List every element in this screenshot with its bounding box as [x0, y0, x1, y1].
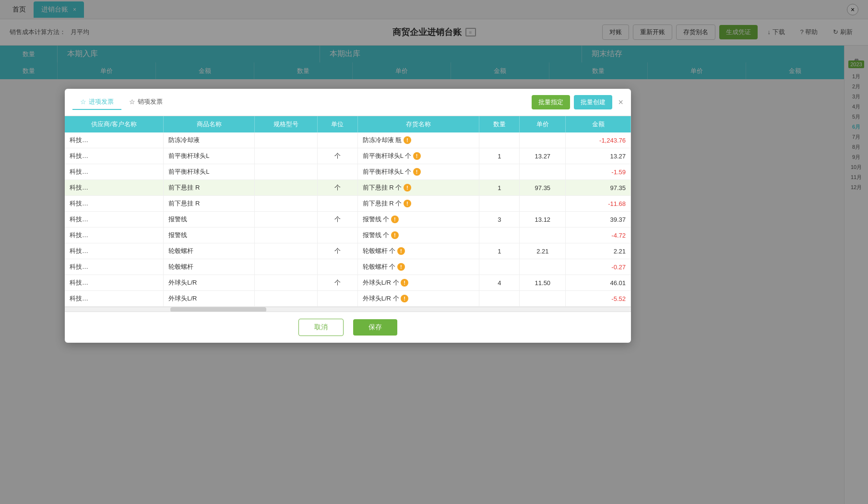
cell-vendor: 科技…: [65, 132, 164, 148]
warning-icon: !: [404, 200, 411, 207]
cancel-button[interactable]: 取消: [298, 319, 344, 336]
scrollbar-track[interactable]: [65, 307, 631, 312]
cell-unit: [317, 228, 357, 243]
scrollbar-thumb[interactable]: [170, 307, 266, 312]
cell-vendor: 科技…: [65, 180, 164, 196]
cell-price: 97.35: [520, 180, 566, 196]
cell-unit: 个: [317, 180, 357, 196]
cell-price: 11.50: [520, 275, 566, 291]
cell-vendor: 科技…: [65, 275, 164, 291]
dialog-close-button[interactable]: ×: [618, 98, 623, 107]
table-row[interactable]: 科技… 前平衡杆球头L 前平衡杆球头L 个 ! -1.59: [65, 164, 631, 180]
cell-product: 外球头L/R: [164, 291, 255, 307]
cell-inventory: 外球头L/R 个 !: [357, 275, 479, 291]
cell-qty: 3: [479, 212, 520, 228]
dialog-header-buttons: 批量指定 批量创建: [532, 95, 612, 109]
cell-vendor: 科技…: [65, 196, 164, 212]
cell-unit: 个: [317, 148, 357, 164]
table-row[interactable]: 科技… 报警线 报警线 个 ! -4.72: [65, 228, 631, 243]
cell-product: 前下悬挂 R: [164, 196, 255, 212]
cell-unit: [317, 196, 357, 212]
warning-icon: !: [397, 263, 405, 271]
tab-out-invoice[interactable]: ☆ 销项发票: [121, 95, 170, 110]
warning-icon: !: [397, 247, 405, 255]
cell-amount: -5.52: [566, 291, 631, 307]
cell-qty: [479, 132, 520, 148]
cell-amount: -1.59: [566, 164, 631, 180]
cell-amount: 2.21: [566, 243, 631, 259]
cell-amount: -0.27: [566, 259, 631, 275]
th-unit: 单位: [317, 116, 357, 132]
cell-product: 前下悬挂 R: [164, 180, 255, 196]
cell-price: [520, 164, 566, 180]
table-row[interactable]: 科技… 轮毂螺杆 轮毂螺杆 个 ! -0.27: [65, 259, 631, 275]
cell-price: 13.12: [520, 212, 566, 228]
cell-vendor: 科技…: [65, 148, 164, 164]
cell-vendor: 科技…: [65, 228, 164, 243]
cell-inventory: 报警线 个 !: [357, 228, 479, 243]
cell-spec: [255, 164, 317, 180]
out-invoice-icon: ☆: [129, 98, 135, 106]
cell-unit: 个: [317, 275, 357, 291]
warning-icon: !: [401, 295, 408, 302]
batch-assign-button[interactable]: 批量指定: [532, 95, 570, 109]
cell-price: [520, 132, 566, 148]
warning-icon: !: [391, 216, 399, 223]
save-button[interactable]: 保存: [353, 319, 397, 336]
cell-unit: 个: [317, 243, 357, 259]
table-header-row: 供应商/客户名称 商品名称 规格型号 单位 存货名称 数量 单价 金额: [65, 116, 631, 132]
cell-amount: -1,243.76: [566, 132, 631, 148]
cell-amount: 13.27: [566, 148, 631, 164]
table-row[interactable]: 科技… 外球头L/R 个 外球头L/R 个 ! 4 11.50 46.01: [65, 275, 631, 291]
cell-spec: [255, 148, 317, 164]
cell-unit: 个: [317, 212, 357, 228]
table-row[interactable]: 科技… 防冻冷却液 防冻冷却液 瓶 ! -1,243.76: [65, 132, 631, 148]
cell-spec: [255, 275, 317, 291]
cell-inventory: 防冻冷却液 瓶 !: [357, 132, 479, 148]
cell-inventory: 报警线 个 !: [357, 212, 479, 228]
cell-amount: 97.35: [566, 180, 631, 196]
cell-vendor: 科技…: [65, 243, 164, 259]
cell-unit: [317, 291, 357, 307]
cell-qty: [479, 259, 520, 275]
cell-product: 前平衡杆球头L: [164, 148, 255, 164]
cell-spec: [255, 196, 317, 212]
cell-price: [520, 291, 566, 307]
table-row[interactable]: 科技… 外球头L/R 外球头L/R 个 ! -5.52: [65, 291, 631, 307]
th-vendor: 供应商/客户名称: [65, 116, 164, 132]
table-row[interactable]: 科技… 前下悬挂 R 前下悬挂 R 个 ! -11.68: [65, 196, 631, 212]
cell-spec: [255, 291, 317, 307]
warning-icon: !: [401, 279, 408, 287]
warning-icon: !: [404, 136, 411, 144]
cell-price: 2.21: [520, 243, 566, 259]
tab-in-invoice[interactable]: ☆ 进项发票: [72, 95, 121, 110]
cell-vendor: 科技…: [65, 212, 164, 228]
cell-unit: [317, 132, 357, 148]
cell-inventory: 前下悬挂 R 个 !: [357, 180, 479, 196]
cell-spec: [255, 212, 317, 228]
th-qty: 数量: [479, 116, 520, 132]
th-inventory: 存货名称: [357, 116, 479, 132]
cell-spec: [255, 259, 317, 275]
cell-product: 报警线: [164, 212, 255, 228]
cell-product: 防冻冷却液: [164, 132, 255, 148]
warning-icon: !: [391, 231, 399, 239]
cell-qty: 4: [479, 275, 520, 291]
table-row[interactable]: 科技… 报警线 个 报警线 个 ! 3 13.12 39.37: [65, 212, 631, 228]
dialog-footer: 取消 保存: [65, 312, 631, 343]
table-row[interactable]: 科技… 轮毂螺杆 个 轮毂螺杆 个 ! 1 2.21 2.21: [65, 243, 631, 259]
out-invoice-label: 销项发票: [138, 97, 163, 106]
cell-inventory: 外球头L/R 个 !: [357, 291, 479, 307]
batch-create-button[interactable]: 批量创建: [574, 95, 612, 109]
cell-spec: [255, 180, 317, 196]
cell-amount: 39.37: [566, 212, 631, 228]
table-row[interactable]: 科技… 前下悬挂 R 个 前下悬挂 R 个 ! 1 97.35 97.35: [65, 180, 631, 196]
th-price: 单价: [520, 116, 566, 132]
cell-amount: -4.72: [566, 228, 631, 243]
invoice-dialog: ☆ 进项发票 ☆ 销项发票 批量指定 批量创建 × 供应商/客户名称 商品名称 …: [65, 89, 631, 343]
invoice-table: 供应商/客户名称 商品名称 规格型号 单位 存货名称 数量 单价 金额 科技… …: [65, 116, 631, 307]
cell-inventory: 前下悬挂 R 个 !: [357, 196, 479, 212]
warning-icon: !: [413, 168, 421, 176]
table-row[interactable]: 科技… 前平衡杆球头L 个 前平衡杆球头L 个 ! 1 13.27 13.27: [65, 148, 631, 164]
cell-amount: -11.68: [566, 196, 631, 212]
